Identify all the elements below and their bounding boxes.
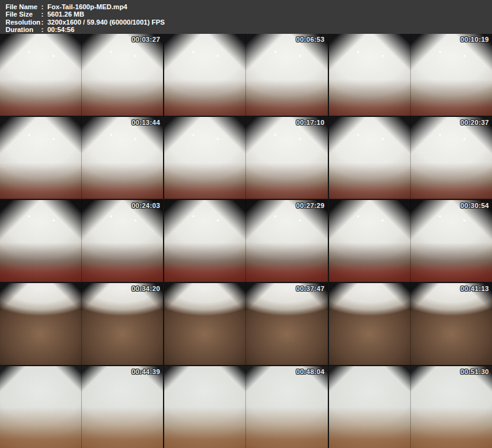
timestamp-overlay: 00:34:20 [132,285,160,292]
vr-left-eye-frame [0,34,82,116]
vr-left-eye-frame [164,200,246,282]
vr-left-eye-frame [329,117,411,199]
timestamp-overlay: 00:44:39 [132,368,160,375]
video-thumbnail: 00:51:30 [329,366,492,448]
metadata-separator: : [41,18,47,26]
contact-sheet: File Name : Fox-Tail-1600p-MED.mp4 File … [0,0,492,448]
metadata-value: Fox-Tail-1600p-MED.mp4 [47,3,492,10]
timestamp-overlay: 00:17:10 [296,119,324,126]
timestamp-overlay: 00:27:29 [296,202,324,209]
vr-right-eye-frame [82,117,163,199]
timestamp-overlay: 00:41:13 [461,285,489,292]
metadata-label: File Name [6,3,41,10]
video-thumbnail: 00:44:39 [0,366,163,448]
metadata-label: Duration [6,26,41,33]
vr-left-eye-frame [329,34,411,116]
vr-left-eye-frame [0,200,82,282]
timestamp-overlay: 00:37:47 [296,285,324,292]
vr-right-eye-frame [411,366,492,448]
vr-right-eye-frame [411,200,492,282]
vr-right-eye-frame [246,200,327,282]
vr-left-eye-frame [164,117,246,199]
video-thumbnail: 00:06:53 [164,34,327,116]
timestamp-overlay: 00:24:03 [132,202,160,209]
timestamp-overlay: 00:13:44 [132,119,160,126]
timestamp-overlay: 00:30:54 [461,202,489,209]
thumbnail-grid: 00:03:27 00:06:53 00:10:19 00:13:44 00:1… [0,34,492,448]
vr-right-eye-frame [246,34,327,116]
vr-right-eye-frame [82,34,163,116]
metadata-row: File Name : Fox-Tail-1600p-MED.mp4 [6,3,492,10]
vr-left-eye-frame [164,366,246,448]
metadata-label: File Size [6,10,41,18]
metadata-separator: : [41,26,47,33]
video-thumbnail: 00:17:10 [164,117,327,199]
video-thumbnail: 00:24:03 [0,200,163,282]
vr-right-eye-frame [246,366,327,448]
vr-left-eye-frame [164,34,246,116]
metadata-label: Resolution [6,18,41,26]
video-thumbnail: 00:48:04 [164,366,327,448]
metadata-row: Duration : 00:54:56 [6,26,492,33]
vr-right-eye-frame [411,117,492,199]
metadata-header: File Name : Fox-Tail-1600p-MED.mp4 File … [0,0,492,34]
metadata-separator: : [41,10,47,18]
timestamp-overlay: 00:20:37 [461,119,489,126]
video-thumbnail: 00:37:47 [164,283,327,365]
metadata-row: Resolution : 3200x1600 / 59.940 (60000/1… [6,18,492,26]
vr-right-eye-frame [411,34,492,116]
video-thumbnail: 00:13:44 [0,117,163,199]
metadata-value: 5601.26 MB [47,10,492,18]
timestamp-overlay: 00:03:27 [132,36,160,43]
timestamp-overlay: 00:10:19 [461,36,489,43]
video-thumbnail: 00:27:29 [164,200,327,282]
metadata-value: 3200x1600 / 59.940 (60000/1001) FPS [47,18,492,26]
vr-left-eye-frame [0,283,82,365]
vr-right-eye-frame [411,283,492,365]
vr-left-eye-frame [329,283,411,365]
vr-right-eye-frame [246,283,327,365]
video-thumbnail: 00:20:37 [329,117,492,199]
vr-left-eye-frame [0,117,82,199]
vr-right-eye-frame [246,117,327,199]
video-thumbnail: 00:30:54 [329,200,492,282]
timestamp-overlay: 00:51:30 [461,368,489,375]
vr-right-eye-frame [82,366,163,448]
vr-left-eye-frame [329,200,411,282]
video-thumbnail: 00:03:27 [0,34,163,116]
video-thumbnail: 00:10:19 [329,34,492,116]
video-thumbnail: 00:34:20 [0,283,163,365]
metadata-value: 00:54:56 [47,26,492,33]
timestamp-overlay: 00:06:53 [296,36,324,43]
vr-right-eye-frame [82,283,163,365]
metadata-separator: : [41,3,47,10]
video-thumbnail: 00:41:13 [329,283,492,365]
vr-right-eye-frame [82,200,163,282]
vr-left-eye-frame [329,366,411,448]
timestamp-overlay: 00:48:04 [296,368,324,375]
vr-left-eye-frame [164,283,246,365]
vr-left-eye-frame [0,366,82,448]
metadata-row: File Size : 5601.26 MB [6,10,492,18]
